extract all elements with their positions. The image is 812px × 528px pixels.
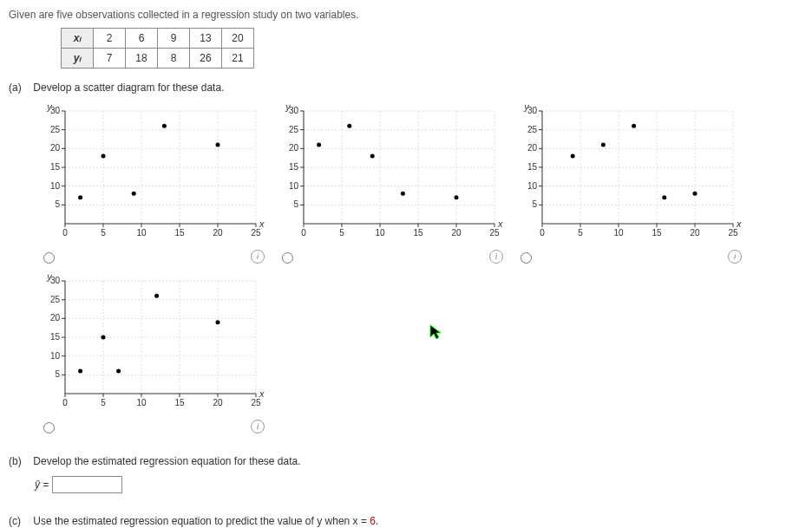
cell: 8: [158, 49, 190, 68]
svg-text:5: 5: [578, 228, 583, 238]
svg-text:25: 25: [251, 398, 261, 407]
svg-text:10: 10: [136, 228, 147, 238]
row-header-y: yᵢ: [62, 49, 94, 68]
chart-radio-3[interactable]: [521, 252, 532, 264]
cell: 26: [190, 49, 222, 68]
svg-point-86: [347, 124, 351, 128]
svg-text:10: 10: [289, 181, 299, 191]
question-a: (a) Develop a scatter diagram for these …: [9, 81, 803, 94]
cell: 6: [126, 29, 158, 49]
question-c-text-post: .: [376, 515, 378, 527]
svg-text:x: x: [736, 218, 742, 229]
svg-point-41: [102, 154, 106, 159]
svg-text:25: 25: [251, 228, 261, 238]
svg-point-177: [116, 369, 121, 374]
svg-point-43: [162, 124, 167, 128]
svg-text:10: 10: [50, 181, 61, 191]
info-icon[interactable]: i: [251, 250, 265, 264]
svg-text:5: 5: [55, 199, 60, 209]
scatter-chart: 051015202551015202530yx: [512, 102, 742, 245]
svg-text:10: 10: [613, 228, 624, 238]
svg-text:10: 10: [527, 181, 538, 191]
svg-text:15: 15: [652, 228, 662, 238]
svg-point-132: [632, 124, 636, 128]
svg-text:20: 20: [50, 143, 61, 153]
info-icon[interactable]: i: [728, 250, 742, 264]
question-c-label: (c): [9, 515, 30, 527]
chart-radio-1[interactable]: [43, 252, 55, 264]
intro-text: Given are five observations collected in…: [9, 9, 803, 21]
svg-text:15: 15: [527, 162, 538, 172]
chart-option-4: 051015202551015202530yx i: [35, 272, 265, 442]
svg-text:25: 25: [527, 125, 538, 134]
svg-point-85: [317, 143, 321, 147]
svg-point-175: [78, 369, 82, 374]
question-c: (c) Use the estimated regression equatio…: [9, 515, 803, 527]
scatter-chart: 051015202551015202530yx: [35, 272, 265, 415]
svg-text:25: 25: [289, 125, 299, 134]
chart-option-3: 051015202551015202530yx i: [512, 102, 742, 272]
cell: 7: [94, 49, 126, 68]
svg-text:25: 25: [728, 228, 738, 238]
cell: 18: [126, 49, 158, 68]
svg-text:10: 10: [136, 398, 147, 407]
svg-text:20: 20: [50, 313, 61, 323]
question-c-six: 6: [370, 515, 376, 527]
svg-point-178: [154, 294, 159, 298]
svg-point-42: [132, 192, 136, 196]
cell: 13: [190, 29, 222, 49]
svg-text:0: 0: [540, 228, 545, 238]
svg-text:15: 15: [50, 332, 61, 342]
svg-text:20: 20: [213, 398, 223, 407]
info-icon[interactable]: i: [489, 250, 503, 264]
svg-text:20: 20: [690, 228, 700, 238]
svg-point-88: [401, 192, 405, 196]
svg-point-179: [216, 320, 220, 324]
svg-text:x: x: [259, 218, 265, 229]
svg-point-176: [102, 336, 106, 340]
svg-text:0: 0: [301, 228, 306, 238]
svg-text:15: 15: [174, 398, 185, 407]
svg-point-89: [455, 195, 459, 199]
yhat-label: ŷ =: [35, 479, 49, 491]
svg-point-130: [571, 154, 575, 159]
scatter-chart: 051015202551015202530yx: [273, 102, 503, 245]
svg-text:x: x: [497, 218, 503, 229]
svg-text:20: 20: [213, 228, 223, 238]
cell: 21: [222, 49, 254, 68]
chart-radio-4[interactable]: [43, 422, 55, 433]
scatter-chart: 051015202551015202530yx: [35, 102, 265, 245]
svg-point-44: [216, 143, 220, 147]
chart-option-1: 051015202551015202530yx i: [35, 102, 265, 272]
svg-text:5: 5: [101, 398, 106, 407]
svg-text:10: 10: [375, 228, 385, 238]
info-icon[interactable]: i: [251, 420, 265, 433]
cell: 2: [94, 29, 126, 49]
chart-radio-2[interactable]: [282, 252, 293, 264]
svg-text:25: 25: [50, 295, 61, 304]
svg-text:10: 10: [50, 351, 61, 361]
svg-point-134: [693, 192, 697, 196]
svg-text:5: 5: [101, 228, 106, 238]
svg-point-87: [370, 154, 375, 159]
svg-text:15: 15: [289, 162, 299, 172]
svg-text:20: 20: [451, 228, 462, 238]
svg-text:15: 15: [50, 162, 61, 172]
svg-text:5: 5: [532, 199, 537, 209]
svg-text:0: 0: [62, 398, 68, 407]
svg-text:0: 0: [62, 228, 68, 238]
svg-text:25: 25: [50, 125, 61, 134]
question-b-text: Develop the estimated regression equatio…: [33, 455, 300, 467]
question-a-label: (a): [9, 81, 30, 94]
cursor-icon: [429, 324, 443, 344]
svg-text:5: 5: [293, 199, 298, 209]
svg-point-40: [78, 195, 82, 199]
svg-text:15: 15: [413, 228, 423, 238]
regression-equation-input[interactable]: [52, 476, 122, 493]
row-header-x: xᵢ: [62, 29, 94, 49]
question-a-text: Develop a scatter diagram for these data…: [33, 81, 224, 94]
svg-text:5: 5: [339, 228, 344, 238]
charts-row-1: 051015202551015202530yx i 05101520255101…: [35, 102, 803, 272]
charts-row-2: 051015202551015202530yx i: [35, 272, 803, 442]
svg-text:20: 20: [289, 143, 299, 153]
